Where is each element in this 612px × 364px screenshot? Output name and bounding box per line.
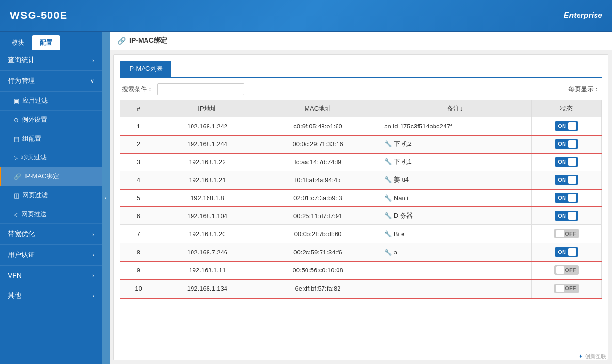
toggle-on-button[interactable]: ON — [555, 175, 578, 185]
sidebar-item-chat-filter[interactable]: ▷ 聊天过滤 — [0, 148, 102, 167]
app-filter-icon: ▣ — [14, 97, 19, 105]
main-layout: 模块 配置 查询统计 › 行为管理 ∨ ▣ 应用过滤 — [0, 32, 612, 364]
sidebar-item-group-config[interactable]: ▤ 组配置 — [0, 129, 102, 148]
cell-id: 3 — [120, 153, 157, 171]
web-push-icon: ◁ — [14, 211, 18, 218]
cell-id: 10 — [120, 280, 157, 298]
sidebar-item-user-auth[interactable]: 用户认证 › — [0, 245, 102, 266]
cell-status: ON — [531, 207, 601, 225]
col-header-mac: MAC地址 — [258, 100, 378, 117]
cell-mac: 02:01:c7:3a:b9:f3 — [258, 189, 378, 207]
cell-note: 🔧 Nan i — [378, 189, 531, 207]
toggle-on-button[interactable]: ON — [555, 193, 578, 203]
cell-status: ON — [531, 135, 601, 153]
table-row: 2192.168.1.24400:0c:29:71:33:16🔧 下 机2 ON — [120, 135, 602, 153]
cell-note: 🔧 姜 u4 — [378, 171, 531, 189]
cell-status: OFF — [531, 225, 601, 243]
cell-mac: fc:aa:14:7d:74:f9 — [258, 153, 378, 171]
search-bar: 搜索条件： 每页显示： — [120, 83, 602, 95]
table-row: 4192.168.1.21f0:1f:af:4a:94:4b🔧 姜 u4 ON — [120, 171, 602, 189]
toggle-on-label: ON — [557, 177, 567, 183]
chevron-right-icon-vpn: › — [92, 272, 94, 278]
cell-status: ON — [531, 171, 601, 189]
nav-label-behavior: 行为管理 — [8, 77, 35, 85]
cell-status: ON — [531, 153, 601, 171]
ip-mac-icon: 🔗 — [14, 173, 21, 180]
nav-label-web-push: 网页推送 — [21, 210, 47, 219]
cell-ip: 192.168.1.8 — [157, 189, 258, 207]
cell-mac: 00:25:11:d7:f7:91 — [258, 207, 378, 225]
toggle-on-button[interactable]: ON — [555, 157, 578, 167]
sidebar-item-exception[interactable]: ⊙ 例外设置 — [0, 111, 102, 129]
col-header-ip: IP地址 — [157, 100, 258, 117]
cell-note: 🔧 Bi e — [378, 225, 531, 243]
cell-id: 1 — [120, 117, 157, 135]
table-row: 6192.168.1.10400:25:11:d7:f7:91🔧 D 务器 ON — [120, 207, 602, 225]
toggle-on-button[interactable]: ON — [555, 139, 578, 149]
table-row: 1192.168.1.242c0:9f:05:48:e1:60an id-175… — [120, 117, 602, 135]
cell-id: 6 — [120, 207, 157, 225]
toggle-thumb — [568, 248, 576, 256]
cell-ip: 192.168.1.104 — [157, 207, 258, 225]
table-row: 7192.168.1.2000:0b:2f:7b:df:60🔧 Bi e OFF — [120, 225, 602, 243]
app-header: WSG-500E Enterprise — [0, 0, 612, 32]
group-config-icon: ▤ — [14, 135, 19, 142]
sidebar-nav: 查询统计 › 行为管理 ∨ ▣ 应用过滤 ⊙ 例外设置 ▤ — [0, 50, 102, 364]
chevron-right-icon-bw: › — [92, 231, 94, 237]
toggle-on-button[interactable]: ON — [555, 121, 578, 131]
nav-label-user-auth: 用户认证 — [8, 251, 35, 259]
sidebar-tab-module[interactable]: 模块 — [4, 35, 32, 50]
page-title: IP-MAC绑定 — [129, 36, 167, 45]
sidebar-collapse-button[interactable]: ‹ — [102, 32, 110, 364]
cell-note: 🔧 a — [378, 243, 531, 261]
tab-ip-mac-list[interactable]: IP-MAC列表 — [120, 61, 171, 77]
cell-status: ON — [531, 243, 601, 261]
sidebar-item-query-stats[interactable]: 查询统计 › — [0, 50, 102, 71]
search-label: 搜索条件： — [122, 85, 153, 94]
table-row: 8192.168.7.24600:2c:59:71:34:f6🔧 a ON — [120, 243, 602, 261]
toggle-off-button[interactable]: OFF — [554, 265, 579, 275]
sidebar-item-app-filter[interactable]: ▣ 应用过滤 — [0, 92, 102, 111]
cell-id: 8 — [120, 243, 157, 261]
sidebar-item-other[interactable]: 其他 › — [0, 285, 102, 306]
toggle-off-button[interactable]: OFF — [554, 229, 579, 238]
cell-mac: f0:1f:af:4a:94:4b — [258, 171, 378, 189]
nav-label-group-config: 组配置 — [22, 134, 41, 143]
nav-label-bandwidth: 带宽优化 — [8, 230, 35, 238]
toggle-thumb — [568, 176, 576, 184]
cell-ip: 192.168.1.21 — [157, 171, 258, 189]
cell-mac: 00:0c:29:71:33:16 — [258, 135, 378, 153]
toggle-on-label: ON — [557, 159, 567, 165]
cell-id: 9 — [120, 261, 157, 280]
sidebar-item-bandwidth[interactable]: 带宽优化 › — [0, 224, 102, 245]
ip-mac-table: # IP地址 MAC地址 备注↓ 状态 1192.168.1.242c0:9f:… — [120, 100, 602, 298]
search-input[interactable] — [157, 83, 244, 95]
toggle-off-button[interactable]: OFF — [554, 284, 579, 293]
cell-id: 5 — [120, 189, 157, 207]
sidebar-item-ip-mac[interactable]: 🔗 IP-MAC绑定 — [0, 167, 102, 186]
toggle-on-button[interactable]: ON — [555, 211, 578, 221]
table-row: 9192.168.1.1100:50:56:c0:10:08 OFF — [120, 261, 602, 280]
exception-icon: ⊙ — [14, 116, 19, 124]
cell-ip: 192.168.1.242 — [157, 117, 258, 135]
chevron-right-icon-other: › — [92, 293, 94, 299]
toggle-on-label: ON — [557, 123, 567, 129]
toggle-on-label: ON — [557, 195, 567, 201]
toggle-thumb — [568, 158, 576, 166]
sidebar-item-vpn[interactable]: VPN › — [0, 266, 102, 285]
page-header: 🔗 IP-MAC绑定 — [110, 32, 612, 50]
sidebar-item-web-filter[interactable]: ◫ 网页过滤 — [0, 186, 102, 205]
toggle-on-button[interactable]: ON — [555, 247, 578, 257]
sidebar-item-behavior[interactable]: 行为管理 ∨ — [0, 71, 102, 92]
cell-ip: 192.168.1.11 — [157, 261, 258, 280]
toggle-thumb — [568, 194, 576, 202]
page-size-label: 每页显示： — [568, 85, 600, 94]
sidebar-tab-config[interactable]: 配置 — [32, 35, 60, 50]
sidebar-item-web-push[interactable]: ◁ 网页推送 — [0, 205, 102, 224]
col-header-status: 状态 — [531, 100, 601, 117]
cell-status: OFF — [531, 261, 601, 280]
cell-note: 🔧 D 务器 — [378, 207, 531, 225]
content-tabs: IP-MAC列表 — [120, 61, 602, 78]
sidebar-tabs: 模块 配置 — [0, 32, 102, 50]
cell-ip: 192.168.1.20 — [157, 225, 258, 243]
